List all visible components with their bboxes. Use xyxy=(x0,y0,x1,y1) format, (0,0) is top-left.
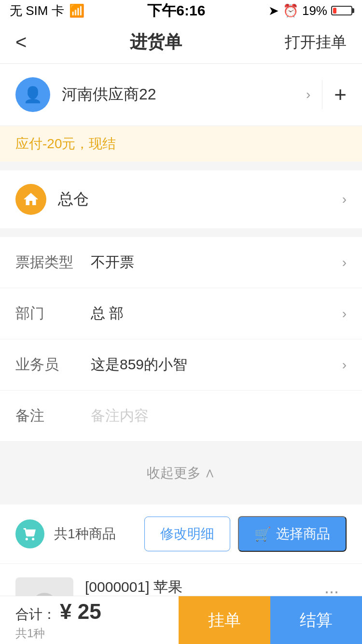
total-count: 共1种 xyxy=(15,626,163,641)
pending-label: 挂单 xyxy=(208,609,241,631)
cart-icon xyxy=(22,526,38,542)
salesperson-value: 这是859的小智 xyxy=(83,355,342,375)
open-pending-button[interactable]: 打开挂单 xyxy=(285,32,347,53)
collapse-label: 收起更多 ∧ xyxy=(147,465,216,480)
ticket-type-value: 不开票 xyxy=(83,252,342,272)
wifi-icon: 📶 xyxy=(69,3,84,18)
remark-label: 备注 xyxy=(15,406,83,426)
total-row: 合计： ¥ 25 xyxy=(15,600,163,624)
supplier-chevron-icon: › xyxy=(306,87,310,102)
cart-add-icon: 🛒 xyxy=(254,526,271,542)
add-button[interactable]: + xyxy=(334,83,347,107)
status-left: 无 SIM 卡 📶 xyxy=(10,2,84,19)
product-header: 共1种商品 修改明细 🛒 选择商品 xyxy=(0,504,362,564)
ticket-type-chevron-icon: › xyxy=(342,255,347,270)
department-row[interactable]: 部门 总 部 › xyxy=(0,288,362,339)
battery-icon xyxy=(331,6,352,15)
checkout-button[interactable]: 结算 xyxy=(270,596,362,644)
warehouse-name: 总仓 xyxy=(58,189,342,210)
product-count: 共1种商品 xyxy=(54,525,144,543)
supplier-avatar: 👤 xyxy=(15,77,50,112)
nav-bar: < 进货单 打开挂单 xyxy=(0,21,362,64)
status-right: ➤ ⏰ 19% xyxy=(268,3,352,18)
total-amount: ¥ 25 xyxy=(60,600,101,624)
checkout-label: 结算 xyxy=(300,609,333,631)
pending-button[interactable]: 挂单 xyxy=(179,596,270,644)
home-icon xyxy=(22,191,40,208)
product-code: [0000001] xyxy=(85,579,149,595)
status-bar: 无 SIM 卡 📶 下午6:16 ➤ ⏰ 19% xyxy=(0,0,362,21)
footer-total: 合计： ¥ 25 共1种 xyxy=(0,600,179,641)
total-label: 合计： xyxy=(15,605,56,624)
status-time: 下午6:16 xyxy=(147,1,205,21)
department-value: 总 部 xyxy=(83,304,342,323)
collapse-toggle[interactable]: 收起更多 ∧ xyxy=(0,450,362,496)
warehouse-row[interactable]: 总仓 › xyxy=(0,170,362,228)
avatar-icon: 👤 xyxy=(23,85,42,104)
alarm-icon: ⏰ xyxy=(283,3,298,18)
back-button[interactable]: < xyxy=(15,31,27,53)
remark-row[interactable]: 备注 备注内容 xyxy=(0,391,362,442)
form-card: 票据类型 不开票 › 部门 总 部 › 业务员 这是859的小智 › 备注 备注… xyxy=(0,237,362,442)
warehouse-card[interactable]: 总仓 › xyxy=(0,170,362,228)
product-title: 苹果 xyxy=(153,579,182,595)
product-icon xyxy=(15,519,44,548)
carrier-text: 无 SIM 卡 xyxy=(10,2,64,19)
salesperson-row[interactable]: 业务员 这是859的小智 › xyxy=(0,339,362,391)
product-name: [0000001] 苹果 xyxy=(85,577,317,597)
ticket-type-label: 票据类型 xyxy=(15,252,83,272)
warehouse-icon xyxy=(15,184,46,215)
warehouse-chevron-icon: › xyxy=(342,192,347,207)
remark-input[interactable]: 备注内容 xyxy=(83,406,347,426)
select-product-label: 选择商品 xyxy=(276,525,330,543)
department-chevron-icon: › xyxy=(342,306,347,322)
edit-detail-button[interactable]: 修改明细 xyxy=(144,517,230,551)
main-content: 👤 河南供应商22 › + 应付-20元，现结 总仓 › 票据类型 不开票 › xyxy=(0,64,362,644)
footer: 合计： ¥ 25 共1种 挂单 结算 xyxy=(0,596,362,644)
vertical-divider xyxy=(322,80,322,109)
department-label: 部门 xyxy=(15,304,83,323)
supplier-card: 👤 河南供应商22 › + 应付-20元，现结 xyxy=(0,64,362,162)
select-product-button[interactable]: 🛒 选择商品 xyxy=(238,516,347,552)
supplier-name: 河南供应商22 xyxy=(62,84,306,105)
battery-text: 19% xyxy=(302,3,327,18)
page-title: 进货单 xyxy=(130,30,182,54)
ticket-type-row[interactable]: 票据类型 不开票 › xyxy=(0,237,362,288)
notice-banner: 应付-20元，现结 xyxy=(0,126,362,162)
location-icon: ➤ xyxy=(268,3,279,18)
salesperson-chevron-icon: › xyxy=(342,357,347,373)
salesperson-label: 业务员 xyxy=(15,355,83,375)
supplier-row[interactable]: 👤 河南供应商22 › + xyxy=(0,64,362,126)
